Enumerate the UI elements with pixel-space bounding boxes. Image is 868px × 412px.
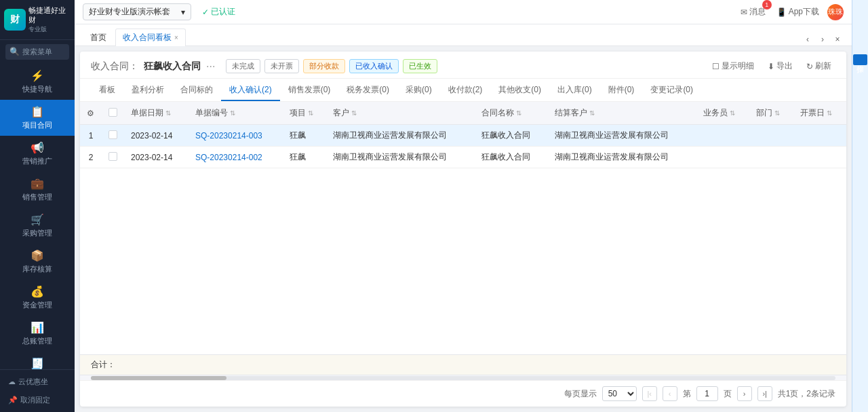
page-input[interactable]: 1 xyxy=(696,386,718,401)
row-checkbox-1[interactable] xyxy=(108,130,117,139)
horizontal-scrollbar[interactable] xyxy=(80,375,846,380)
quick-nav[interactable]: ⚡ 快捷导航 xyxy=(0,64,75,100)
dropdown-icon: ▾ xyxy=(181,7,185,17)
invoice-icon: 🧾 xyxy=(31,357,44,369)
tab-tax-invoice[interactable]: 税务发票(0) xyxy=(338,79,397,101)
row-billing-customer-1: 湖南卫视商业运营发展有限公司 xyxy=(548,125,697,147)
sidebar-item-funds[interactable]: 💰 资金管理 xyxy=(0,280,75,316)
sidebar-cloud-btn[interactable]: ☁ 云优惠坐 xyxy=(5,374,69,390)
sort-number-icon[interactable]: ⇅ xyxy=(230,109,235,117)
user-avatar[interactable]: 珠珠 xyxy=(827,4,844,20)
sort-billing-icon[interactable]: ⇅ xyxy=(589,109,595,117)
search-menu[interactable]: 🔍 搜索菜单 xyxy=(5,44,69,60)
row-num: 2 xyxy=(80,147,102,168)
sidebar-item-marketing[interactable]: 📢 营销推广 xyxy=(0,136,75,172)
message-btn[interactable]: ✉ 消息 1 xyxy=(738,3,768,20)
status-btn-incomplete[interactable]: 未完成 xyxy=(226,59,260,73)
per-page-select[interactable]: 20 50 100 xyxy=(602,386,637,401)
tab-pin-btn[interactable]: × xyxy=(831,33,844,45)
total-info: 共1页，2条记录 xyxy=(778,388,835,400)
tab-attachments[interactable]: 附件(0) xyxy=(600,79,643,101)
row-date-2: 2023-02-14 xyxy=(124,147,189,168)
tab-change-log[interactable]: 变更记录(0) xyxy=(642,79,701,101)
th-billing-label: 结算客户 xyxy=(555,107,587,119)
logo-text: 畅捷通好业财 xyxy=(28,5,71,25)
page-last-btn[interactable]: ›| xyxy=(757,386,772,401)
company-selector[interactable]: 好业财专业版演示帐套 ▾ xyxy=(83,3,191,20)
th-project-label: 项目 xyxy=(290,107,306,119)
tab-dashboard[interactable]: 看板 xyxy=(91,79,123,101)
tab-sales-invoice[interactable]: 销售发票(0) xyxy=(280,79,339,101)
sidebar-item-purchase[interactable]: 🛒 采购管理 xyxy=(0,208,75,244)
tab-other-income[interactable]: 其他收支(0) xyxy=(490,79,549,101)
row-open-date-1 xyxy=(793,125,846,147)
sidebar-unpin-btn[interactable]: 📌 取消固定 xyxy=(5,392,69,408)
tab-profit-analysis[interactable]: 盈利分析 xyxy=(123,79,172,101)
sort-open-date-icon[interactable]: ⇅ xyxy=(827,109,832,117)
row-open-date-2 xyxy=(793,147,846,168)
ledger-icon: 📊 xyxy=(31,321,44,334)
right-panel-action-btn[interactable]: 操作 xyxy=(853,54,867,65)
status-btn-uninvoiced[interactable]: 未开票 xyxy=(264,59,299,73)
show-detail-btn[interactable]: ☐ 显示明细 xyxy=(708,58,758,74)
tab-contract-board[interactable]: 收入合同看板 × xyxy=(115,29,186,46)
page-first-btn[interactable]: |‹ xyxy=(642,386,657,401)
tab-in-out-storage[interactable]: 出入库(0) xyxy=(549,79,600,101)
export-icon: ⬇ xyxy=(768,62,774,71)
sidebar-item-project-contract[interactable]: 📋 项目合同 xyxy=(0,100,75,136)
cloud-label: 云优惠坐 xyxy=(18,377,48,387)
sidebar-item-sales[interactable]: 💼 销售管理 xyxy=(0,172,75,208)
gear-icon[interactable]: ⚙ xyxy=(87,109,94,118)
page-prev-btn[interactable]: ‹ xyxy=(663,386,677,401)
app-download-btn[interactable]: 📱 App下载 xyxy=(776,6,819,18)
contract-more-btn[interactable]: ··· xyxy=(206,60,215,73)
th-department-label: 部门 xyxy=(756,107,772,119)
tab-prev-btn[interactable]: ‹ xyxy=(802,33,814,45)
sidebar-item-invoice[interactable]: 🧾 发票管理 xyxy=(0,352,75,369)
page-next-btn[interactable]: › xyxy=(737,386,752,401)
sidebar-item-ledger[interactable]: 📊 总账管理 xyxy=(0,316,75,352)
row-number-2: SQ-20230214-002 xyxy=(189,147,283,168)
sort-customer-icon[interactable]: ⇅ xyxy=(351,109,357,117)
sort-dept-icon[interactable]: ⇅ xyxy=(774,109,780,117)
tab-payment[interactable]: 收付款(2) xyxy=(440,79,491,101)
main-area: 好业财专业版演示帐套 ▾ ✓ 已认证 ✉ 消息 1 📱 App下载 珠珠 首页 xyxy=(75,0,852,412)
table-container[interactable]: ⚙ 单据日期 ⇅ 单据编号 xyxy=(80,102,846,354)
tab-purchase[interactable]: 采购(0) xyxy=(397,79,440,101)
company-name: 好业财专业版演示帐套 xyxy=(89,6,170,18)
th-open-date: 开票日 ⇅ xyxy=(793,102,846,125)
row-checkbox-2[interactable] xyxy=(108,152,117,161)
tab-close-btn[interactable]: × xyxy=(174,34,178,41)
contract-header-actions: ☐ 显示明细 ⬇ 导出 ↻ 刷新 xyxy=(708,58,835,74)
row-project-2: 狂飙 xyxy=(283,147,326,168)
tab-next-btn[interactable]: › xyxy=(816,33,829,45)
pagination: 每页显示 20 50 100 |‹ ‹ 第 1 页 › ›| 共1页，2条记录 xyxy=(80,380,846,407)
status-btn-effective[interactable]: 已生效 xyxy=(403,59,437,73)
row-number-link-2[interactable]: SQ-20230214-002 xyxy=(195,153,262,162)
refresh-btn[interactable]: ↻ 刷新 xyxy=(802,58,835,74)
tab-contract-subject[interactable]: 合同标的 xyxy=(172,79,221,101)
sort-project-icon[interactable]: ⇅ xyxy=(308,109,313,117)
sidebar: 财 畅捷通好业财 专业版 🔍 搜索菜单 ⚡ 快捷导航 📋 项目合同 📢 营销推广… xyxy=(0,0,75,412)
table-row[interactable]: 1 2023-02-14 SQ-20230214-003 狂飙 湖南卫视商业运营… xyxy=(80,125,846,147)
status-btn-revenue-confirmed[interactable]: 已收入确认 xyxy=(349,59,399,73)
sort-contract-icon[interactable]: ⇅ xyxy=(516,109,521,117)
sort-date-icon[interactable]: ⇅ xyxy=(165,109,171,117)
header-checkbox[interactable] xyxy=(108,108,117,117)
user-name: 珠珠 xyxy=(828,7,843,17)
scrollbar-thumb[interactable] xyxy=(91,376,226,380)
th-billing-customer: 结算客户 ⇅ xyxy=(548,102,697,125)
status-btn-partial-receipt[interactable]: 部分收款 xyxy=(303,59,345,73)
th-checkbox xyxy=(102,102,124,125)
tab-home[interactable]: 首页 xyxy=(83,29,114,46)
th-open-date-label: 开票日 xyxy=(800,107,825,119)
sidebar-item-inventory[interactable]: 📦 库存核算 xyxy=(0,244,75,280)
export-btn[interactable]: ⬇ 导出 xyxy=(764,58,797,74)
sort-salesperson-icon[interactable]: ⇅ xyxy=(730,109,735,117)
contract-tab-label: 收入合同看板 xyxy=(123,32,172,43)
row-number-link-1[interactable]: SQ-20230214-003 xyxy=(195,131,262,141)
tab-revenue-confirm[interactable]: 收入确认(2) xyxy=(221,79,280,101)
row-department-2 xyxy=(749,147,793,168)
th-number-label: 单据编号 xyxy=(195,107,228,119)
table-row[interactable]: 2 2023-02-14 SQ-20230214-002 狂飙 湖南卫视商业运营… xyxy=(80,147,846,168)
